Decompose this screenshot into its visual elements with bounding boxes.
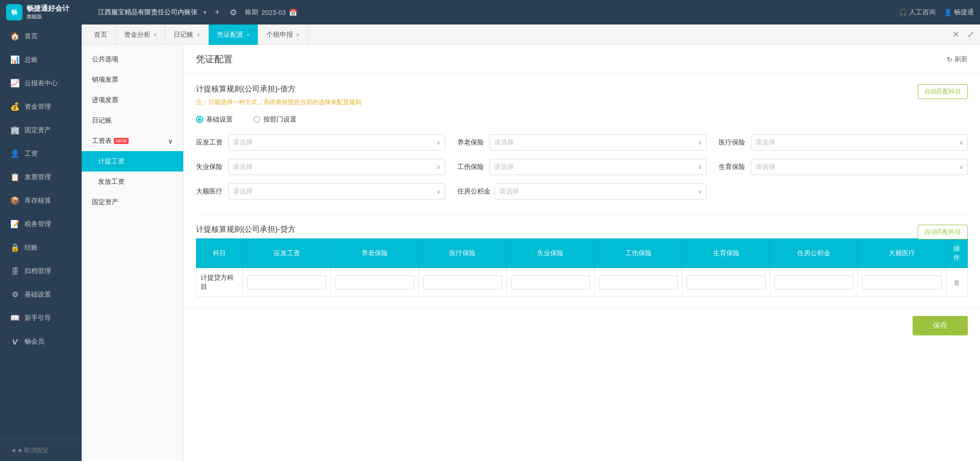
expand-icon[interactable]: ∨ — [168, 137, 173, 145]
select-salary[interactable]: 请选择 ∨ — [228, 134, 445, 151]
tab-home[interactable]: 首页 — [86, 25, 116, 45]
left-nav-journal[interactable]: 日记账 — [82, 110, 183, 131]
td-medical-input[interactable] — [419, 268, 506, 297]
sidebar-item-reports[interactable]: 📈 云报表中心 — [0, 71, 82, 95]
sidebar-item-label: 首页 — [24, 32, 38, 41]
input-unemployment[interactable] — [511, 275, 590, 289]
close-window-icon[interactable]: ✕ — [950, 28, 961, 41]
invoice-mgmt-icon: 📋 — [10, 173, 19, 182]
td-unemployment-input[interactable] — [506, 268, 594, 297]
left-nav: 公共选项 销项发票 进项发票 日记账 工资表 NEW ∨ — [82, 45, 184, 461]
form-row-pension: 养老保险 请选择 ∨ — [457, 134, 706, 151]
sidebar-item-archive[interactable]: 🗄 归档管理 — [0, 259, 82, 283]
select-large-medical[interactable]: 请选择 ∨ — [228, 183, 445, 200]
select-pension-placeholder: 请选择 — [494, 138, 514, 147]
tab-journal-label: 日记账 — [174, 30, 193, 39]
chevron-down-icon: ∨ — [436, 139, 440, 146]
tab-home-label: 首页 — [94, 30, 107, 39]
sidebar-item-label: 基础设置 — [24, 290, 51, 299]
left-nav-salary-table-label: 工资表 — [92, 136, 112, 145]
sidebar-item-tax[interactable]: 📝 税务管理 — [0, 212, 82, 236]
input-medical[interactable] — [423, 275, 502, 289]
save-section: 保存 — [184, 307, 980, 344]
sidebar-item-salary[interactable]: 👤 工资 — [0, 142, 82, 165]
left-nav-accrual[interactable]: 计提工资 — [82, 151, 183, 172]
sidebar-item-invoice-mgmt[interactable]: 📋 发票管理 — [0, 165, 82, 189]
debit-auto-match-button[interactable]: 自动匹配科目 — [918, 84, 968, 99]
td-salary-input[interactable] — [243, 268, 331, 297]
save-button[interactable]: 保存 — [913, 316, 968, 335]
input-work-injury[interactable] — [599, 275, 678, 289]
tab-tax-report-close[interactable]: × — [296, 32, 299, 38]
input-maternity[interactable] — [687, 275, 766, 289]
calendar-icon[interactable]: 📅 — [289, 9, 297, 16]
sidebar-item-funds[interactable]: 💰 资金管理 — [0, 95, 82, 118]
th-pension: 养老保险 — [331, 239, 419, 268]
left-nav-sales-invoice[interactable]: 销项发票 — [82, 69, 183, 90]
tab-journal[interactable]: 日记账 × — [165, 25, 208, 45]
tab-tax-report-label: 个税申报 — [266, 30, 293, 39]
input-pension[interactable] — [335, 275, 414, 289]
select-pension[interactable]: 请选择 ∨ — [489, 134, 706, 151]
td-large-medical-input[interactable] — [858, 268, 946, 297]
left-nav-purchase-invoice[interactable]: 进项发票 — [82, 90, 183, 110]
sidebar-item-closing[interactable]: 🔒 结账 — [0, 236, 82, 259]
left-nav-salary-table[interactable]: 工资表 NEW ∨ — [82, 131, 183, 151]
refresh-label: 刷新 — [954, 55, 968, 64]
debit-section: 计提核算规则(公司承担)-借方 注：只能选择一种方式，系统将按照您当前的选择来配… — [184, 74, 980, 214]
left-nav-fixed-assets[interactable]: 固定资产 — [82, 192, 183, 212]
sidebar-item-inventory[interactable]: 📦 库存核算 — [0, 189, 82, 212]
credit-auto-match-button[interactable]: 自动匹配科目 — [918, 225, 968, 239]
sidebar-item-member[interactable]: V 畅会员 — [0, 330, 82, 353]
left-nav-public[interactable]: 公共选项 — [82, 49, 183, 69]
sidebar-item-home[interactable]: 🏠 首页 — [0, 25, 82, 48]
tab-tax-report[interactable]: 个税申报 × — [258, 25, 308, 45]
left-nav-pay[interactable]: 发放工资 — [82, 172, 183, 192]
select-maternity[interactable]: 请选择 ∨ — [751, 159, 968, 175]
sidebar-item-label: 税务管理 — [24, 220, 51, 229]
select-medical[interactable]: 请选择 ∨ — [751, 134, 968, 151]
company-dropdown-icon[interactable]: ▾ — [204, 9, 207, 16]
tab-journal-close[interactable]: × — [197, 32, 200, 38]
user-profile[interactable]: 👤 畅捷通 — [944, 8, 974, 17]
chevron-down-icon: ∨ — [959, 164, 963, 171]
tab-fund-analysis[interactable]: 资金分析 × — [116, 25, 165, 45]
tab-voucher-config[interactable]: 凭证配置 × — [209, 25, 258, 45]
radio-basic[interactable]: 基础设置 — [196, 115, 233, 124]
tab-fund-analysis-close[interactable]: × — [154, 32, 157, 38]
label-work-injury: 工伤保险 — [457, 162, 485, 172]
input-salary[interactable] — [247, 275, 326, 289]
th-large-medical: 大额医疗 — [858, 239, 946, 268]
form-row-unemployment: 失业保险 请选择 ∨ — [196, 159, 445, 175]
add-account-button[interactable]: + — [213, 6, 222, 19]
td-delete[interactable]: 🗑 — [946, 268, 967, 297]
input-large-medical[interactable] — [862, 275, 941, 289]
td-housing-fund-input[interactable] — [770, 268, 858, 297]
delete-icon[interactable]: 🗑 — [953, 279, 960, 286]
sidebar-item-settings[interactable]: ⚙ 基础设置 — [0, 283, 82, 306]
th-subject: 科目 — [197, 239, 243, 268]
input-housing-fund[interactable] — [774, 275, 853, 289]
sidebar-item-fixed-assets[interactable]: 🏢 固定资产 — [0, 118, 82, 142]
header-center: 江西服宝精品有限责任公司内账张 ▾ + ⚙ 账期 2023-03 📅 — [88, 6, 899, 19]
human-service-button[interactable]: 🎧 人工咨询 — [899, 8, 936, 17]
td-work-injury-input[interactable] — [594, 268, 682, 297]
tab-voucher-config-close[interactable]: × — [247, 32, 250, 38]
select-unemployment[interactable]: 请选择 ∨ — [228, 159, 445, 175]
settings-icon-button[interactable]: ⚙ — [228, 6, 239, 19]
select-housing-fund[interactable]: 请选择 ∨ — [495, 183, 706, 200]
settings-icon: ⚙ — [10, 290, 19, 299]
sidebar-item-ledger[interactable]: 📊 总账 — [0, 48, 82, 71]
td-maternity-input[interactable] — [682, 268, 770, 297]
select-work-injury[interactable]: 请选择 ∨ — [489, 159, 706, 175]
sidebar-cancel-pin[interactable]: ◄◄ 取消固定 — [0, 440, 82, 461]
sidebar-item-label: 总账 — [24, 55, 38, 64]
sidebar-item-label: 资金管理 — [24, 102, 51, 111]
radio-by-dept[interactable]: 按部门设置 — [253, 115, 297, 124]
td-pension-input[interactable] — [331, 268, 419, 297]
refresh-button[interactable]: ↻ 刷新 — [947, 55, 968, 64]
sidebar-item-label: 新手引导 — [24, 313, 51, 323]
sidebar-item-label: 归档管理 — [24, 266, 51, 276]
maximize-icon[interactable]: ⤢ — [965, 28, 976, 41]
sidebar-item-guide[interactable]: 📖 新手引导 — [0, 306, 82, 330]
